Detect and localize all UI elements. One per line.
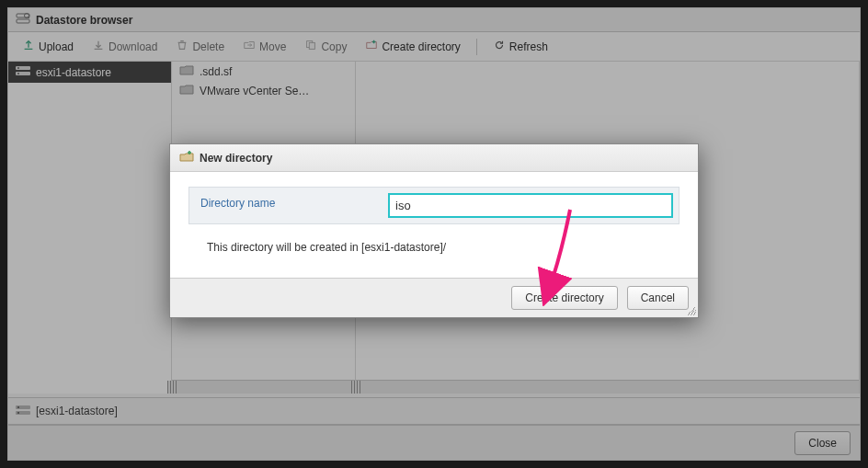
- column-splitter[interactable]: [351, 381, 360, 394]
- new-directory-dialog: New directory Directory name This direct…: [169, 143, 699, 318]
- datastore-item[interactable]: esxi1-datastore: [8, 62, 171, 83]
- folder-new-icon: [365, 39, 378, 54]
- datastore-browser-icon: [16, 11, 30, 29]
- move-button[interactable]: Move: [234, 34, 294, 59]
- copy-button[interactable]: Copy: [296, 34, 355, 59]
- dialog-footer: Create directory Cancel: [170, 278, 698, 317]
- svg-point-12: [17, 406, 19, 408]
- svg-rect-5: [310, 42, 315, 49]
- folder-icon: [179, 84, 194, 97]
- directory-name-input[interactable]: [388, 193, 673, 218]
- folder-label: .sdd.sf: [200, 65, 232, 78]
- download-icon: [92, 39, 105, 54]
- datastore-tree: esxi1-datastore: [8, 62, 172, 394]
- breadcrumb-path: [esxi1-datastore]: [36, 405, 118, 417]
- datastore-label: esxi1-datastore: [36, 66, 111, 79]
- window-title: Datastore browser: [36, 14, 132, 27]
- download-button[interactable]: Download: [84, 34, 166, 59]
- directory-info-text: This directory will be created in [esxi1…: [188, 224, 680, 259]
- cancel-button[interactable]: Cancel: [627, 286, 689, 310]
- create-directory-button[interactable]: Create directory: [357, 34, 468, 59]
- delete-button[interactable]: Delete: [167, 34, 233, 59]
- breadcrumb: [esxi1-datastore]: [8, 397, 860, 425]
- dialog-title: New directory: [170, 144, 698, 172]
- copy-icon: [304, 39, 317, 54]
- directory-name-label: Directory name: [189, 188, 383, 223]
- folder-item[interactable]: .sdd.sf: [172, 62, 355, 81]
- refresh-button[interactable]: Refresh: [485, 34, 556, 59]
- directory-name-row: Directory name: [188, 187, 680, 224]
- folder-icon: [179, 64, 194, 78]
- move-icon: [243, 39, 256, 54]
- toolbar: Upload Download Delete Move Copy Create …: [8, 32, 860, 62]
- resize-grip[interactable]: [687, 306, 696, 315]
- window-footer: Close: [8, 425, 860, 460]
- svg-rect-1: [17, 19, 29, 23]
- datastore-icon: [16, 65, 30, 79]
- delete-icon: [176, 39, 188, 54]
- upload-button[interactable]: Upload: [14, 34, 82, 59]
- create-directory-confirm-button[interactable]: Create directory: [511, 286, 617, 310]
- datastore-icon: [16, 405, 30, 418]
- folder-label: VMware vCenter Se…: [200, 85, 309, 97]
- dialog-body: Directory name This directory will be cr…: [170, 172, 698, 278]
- upload-icon: [22, 39, 35, 54]
- toolbar-separator: [476, 39, 477, 55]
- folder-new-icon: [179, 150, 194, 166]
- close-button[interactable]: Close: [794, 431, 851, 455]
- refresh-icon: [493, 39, 506, 54]
- window-titlebar: Datastore browser: [8, 8, 860, 32]
- svg-point-13: [17, 412, 19, 414]
- column-splitter[interactable]: [167, 381, 177, 394]
- svg-point-9: [17, 73, 19, 74]
- folder-item[interactable]: VMware vCenter Se…: [172, 81, 355, 100]
- svg-point-8: [17, 67, 19, 69]
